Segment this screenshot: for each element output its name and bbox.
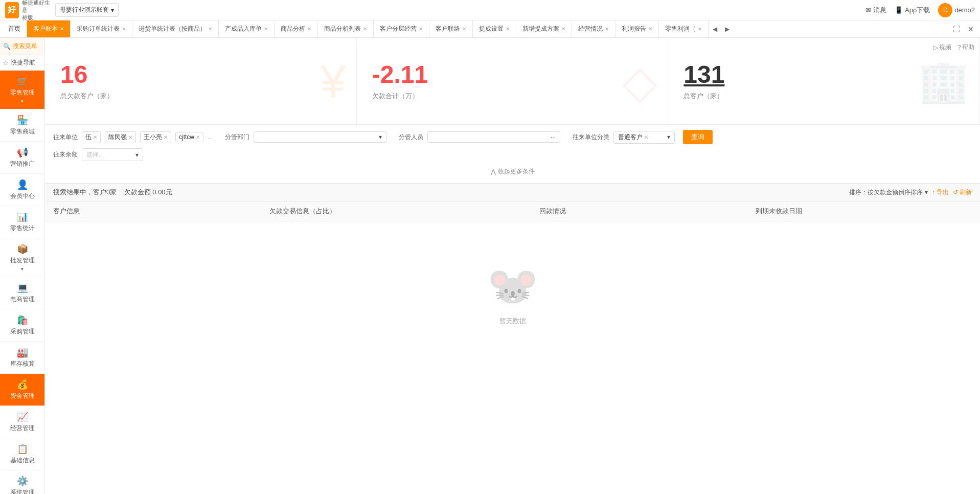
help-link[interactable]: ? 帮助 bbox=[958, 43, 974, 52]
tab-promotion[interactable]: 提成设置 ✕ bbox=[473, 20, 516, 38]
ecommerce-icon: 💻 bbox=[17, 282, 28, 294]
unit-category-dropdown[interactable]: 普通客户 ✕ ▾ bbox=[613, 131, 675, 144]
col-overdue: 到期未收款日期 bbox=[756, 207, 972, 216]
close-icon[interactable]: ✕ bbox=[462, 26, 466, 32]
person-dropdown[interactable]: ··· bbox=[427, 131, 560, 143]
chevron-down-icon: ▾ bbox=[111, 7, 114, 14]
app-download-button[interactable]: 📱 App下载 bbox=[895, 6, 930, 15]
close-icon[interactable]: ✕ bbox=[698, 26, 702, 32]
sidebar-item-purchase[interactable]: 🛍️ 采购管理 bbox=[0, 309, 44, 342]
filter-tag-1[interactable]: 伍 ✕ bbox=[82, 131, 101, 143]
retail-icon: 🛒 bbox=[17, 76, 28, 87]
sort-button[interactable]: 排序：按欠款金额倒序排序 ▾ bbox=[849, 188, 928, 197]
close-icon[interactable]: ✕ bbox=[605, 26, 609, 32]
tab-business[interactable]: 经营情况 ✕ bbox=[572, 20, 616, 38]
sidebar-quick-nav[interactable]: ☆ 快捷导航 bbox=[0, 55, 44, 71]
tab-retail-profit[interactable]: 零售利润（ ✕ bbox=[659, 20, 709, 38]
close-icon[interactable]: ✕ bbox=[561, 26, 565, 32]
tab-customer-segment[interactable]: 客户分层经营 ✕ bbox=[374, 20, 429, 38]
tab-next-button[interactable]: ▶ bbox=[721, 20, 733, 38]
tab-prev-button[interactable]: ◀ bbox=[709, 20, 721, 38]
close-icon[interactable]: ✕ bbox=[363, 26, 367, 32]
sidebar-item-retail-shop[interactable]: 🏪 零售商城 bbox=[0, 109, 44, 142]
unit-label: 往来单位 bbox=[53, 133, 78, 142]
stat-number-total[interactable]: 131 bbox=[683, 61, 724, 88]
tab-customer-contact[interactable]: 客户联络 ✕ bbox=[429, 20, 473, 38]
chevron-down-icon: ▾ bbox=[379, 133, 382, 141]
close-icon[interactable]: ✕ bbox=[648, 26, 652, 32]
remove-tag-icon[interactable]: ✕ bbox=[164, 134, 168, 140]
collapse-button[interactable]: ⋀ 收起更多条件 bbox=[53, 165, 972, 178]
star-icon: ☆ bbox=[3, 59, 9, 66]
tab-product-list[interactable]: 商品分析列表 ✕ bbox=[318, 20, 374, 38]
refresh-button[interactable]: ↺ 刷新 bbox=[953, 188, 972, 197]
query-button[interactable]: 查询 bbox=[683, 130, 713, 144]
message-button[interactable]: ✉ 消息 bbox=[865, 6, 886, 15]
filter-row-2: 往来余额 选择... ▾ bbox=[53, 148, 972, 161]
purchase-icon: 🛍️ bbox=[17, 315, 28, 326]
tab-production[interactable]: 产成品入库单 ✕ bbox=[219, 20, 275, 38]
basic-info-icon: 📋 bbox=[17, 443, 28, 455]
filter-more-dots[interactable]: ... bbox=[208, 133, 213, 141]
filter-section: 往来单位 伍 ✕ 陈民强 ✕ 王小亮 ✕ cjttcw ✕ ... bbox=[45, 125, 980, 184]
marketing-icon: 📢 bbox=[17, 147, 28, 158]
logo-text: 畅捷通好生意 标版 bbox=[22, 0, 50, 21]
filter-tag-2[interactable]: 陈民强 ✕ bbox=[105, 131, 136, 143]
stat-label-total: 总客户（家） bbox=[683, 92, 723, 101]
sidebar-item-batch[interactable]: 📦 批发管理 ▾ bbox=[0, 238, 44, 277]
close-icon[interactable]: ✕ bbox=[506, 26, 510, 32]
filter-tag-4[interactable]: cjttcw ✕ bbox=[175, 132, 203, 142]
chevron-down-icon: ▾ bbox=[21, 266, 24, 272]
remove-tag-icon[interactable]: ✕ bbox=[196, 134, 200, 140]
export-button[interactable]: ↑ 导出 bbox=[932, 188, 949, 197]
user-menu[interactable]: D demo2 bbox=[938, 3, 975, 17]
sidebar-item-capital[interactable]: 💰 资金管理 bbox=[0, 374, 44, 406]
sidebar-item-operations[interactable]: 📈 经营管理 bbox=[0, 406, 44, 438]
remove-category-icon[interactable]: ✕ bbox=[644, 134, 648, 140]
collapse-icon: ⋀ bbox=[491, 168, 496, 175]
content-area: ¥ 16 总欠款客户（家） ◇ -2.11 欠款合计（万） 🏢 131 总客户（… bbox=[45, 38, 980, 494]
stat-label-debt: 欠款合计（万） bbox=[372, 92, 419, 101]
close-icon[interactable]: ✕ bbox=[60, 26, 64, 32]
close-icon[interactable]: ✕ bbox=[264, 26, 268, 32]
sidebar-item-basic-info[interactable]: 📋 基础信息 bbox=[0, 438, 44, 470]
tab-customer-account[interactable]: 客户账本 ✕ bbox=[27, 20, 71, 38]
table-container: 客户信息 欠款交易信息（占比） 回款情况 到期未收款日期 🐭 暂无数据 bbox=[45, 201, 980, 494]
tab-profit[interactable]: 利润报告 ✕ bbox=[616, 20, 659, 38]
sidebar-item-marketing[interactable]: 📢 营销推广 bbox=[0, 142, 44, 174]
close-icon[interactable]: ✕ bbox=[307, 26, 311, 32]
filter-tag-3[interactable]: 王小亮 ✕ bbox=[140, 131, 171, 143]
balance-select[interactable]: 选择... ▾ bbox=[82, 148, 143, 161]
col-debt-info: 欠款交易信息（占比） bbox=[269, 207, 540, 216]
logo: 好 畅捷通好生意 标版 bbox=[5, 0, 50, 21]
close-icon[interactable]: ✕ bbox=[419, 26, 423, 32]
sidebar-item-inventory[interactable]: 🏭 库存核算 bbox=[0, 342, 44, 374]
sidebar-item-member[interactable]: 👤 会员中心 bbox=[0, 174, 44, 206]
results-bar: 搜索结果中，客户0家 欠款金额 0.00元 排序：按欠款金额倒序排序 ▾ ↑ 导… bbox=[45, 184, 980, 201]
tab-add-plan[interactable]: 新增提成方案 ✕ bbox=[516, 20, 572, 38]
category-tag[interactable]: 普通客户 ✕ bbox=[618, 133, 648, 142]
dept-dropdown[interactable]: ▾ bbox=[254, 131, 386, 143]
sidebar-search[interactable]: 🔍 搜索菜单 bbox=[0, 38, 44, 55]
chevron-down-icon: ▾ bbox=[925, 189, 928, 196]
account-selector[interactable]: 母婴行业演示账套 ▾ bbox=[55, 3, 119, 17]
remove-tag-icon[interactable]: ✕ bbox=[128, 134, 132, 140]
sidebar-item-retail[interactable]: 🛒 零售管理 ▾ bbox=[0, 71, 44, 109]
close-icon[interactable]: ✕ bbox=[208, 26, 212, 32]
dept-label: 分管部门 bbox=[225, 133, 249, 142]
tab-home[interactable]: 首页 bbox=[2, 20, 27, 38]
stats-icon: 📊 bbox=[17, 211, 28, 222]
sidebar-item-retail-stats[interactable]: 📊 零售统计 bbox=[0, 206, 44, 238]
remove-tag-icon[interactable]: ✕ bbox=[93, 134, 97, 140]
shop-icon: 🏪 bbox=[17, 115, 28, 126]
close-icon[interactable]: ✕ bbox=[122, 26, 126, 32]
sidebar-item-ecommerce[interactable]: 💻 电商管理 bbox=[0, 277, 44, 309]
tab-product-analysis[interactable]: 商品分析 ✕ bbox=[275, 20, 318, 38]
sidebar-item-system[interactable]: ⚙️ 系统管理 bbox=[0, 470, 44, 494]
tab-purchase-order[interactable]: 采购订单统计表 ✕ bbox=[71, 20, 132, 38]
tab-fullscreen-button[interactable]: ⛶ bbox=[949, 22, 964, 36]
tab-close-all-button[interactable]: ✕ bbox=[964, 22, 978, 36]
stat-number-debt: -2.11 bbox=[372, 61, 428, 88]
tab-inbound-stats[interactable]: 进货单统计表（按商品） ✕ bbox=[132, 20, 219, 38]
video-link[interactable]: ▷ 视频 bbox=[933, 43, 951, 52]
